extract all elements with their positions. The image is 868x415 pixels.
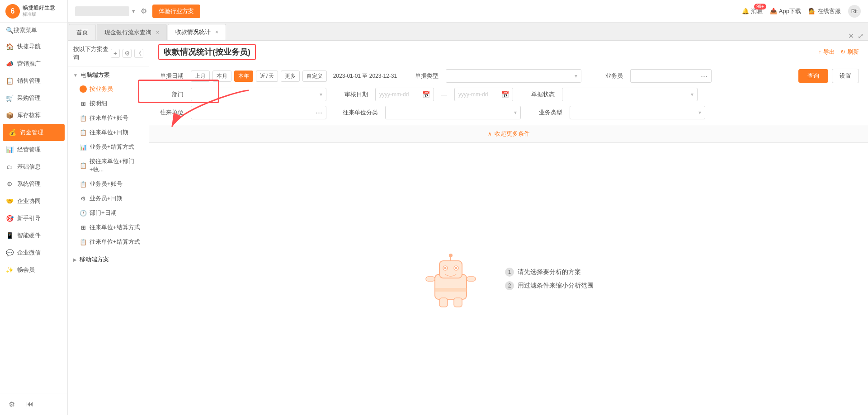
query-button[interactable]: 查询 [798,69,828,83]
settings-button[interactable]: 设置 [832,69,859,83]
date-btn-last-month[interactable]: 上月 [191,71,210,82]
tab-expand-icon[interactable]: ⤢ [858,32,863,40]
plan-item-detail-label: 按明细 [90,99,107,108]
refresh-button[interactable]: ↻ 刷新 [840,48,859,56]
hardware-icon: 📱 [5,231,14,240]
partner-select[interactable]: ··· [191,106,326,119]
sidebar-item-sales[interactable]: 📋 销售管理 [0,72,67,90]
partner-type-select[interactable]: ▾ [385,106,521,119]
sidebar-inventory-label: 库存核算 [17,111,41,119]
sidebar-item-hardware[interactable]: 📱 智能硬件 [0,227,67,244]
date-btn-more[interactable]: 更多 [281,71,300,82]
tip-1-number: 1 [505,268,514,277]
tab-home[interactable]: 首页 [69,24,96,40]
plan-item-salesperson-settle-label: 业务员+结算方式 [90,143,134,151]
sidebar-item-guide[interactable]: 🎯 新手引导 [0,210,67,227]
svg-rect-12 [435,288,467,292]
date-btn-7days[interactable]: 近7天 [256,71,278,82]
refresh-label: 刷新 [847,48,859,56]
plan-item-salesperson-label: 按业务员 [90,85,113,93]
plan-item-dept-date[interactable]: 🕐 部门+日期 [68,206,149,220]
notification-button[interactable]: 🔔 消息 99+ [742,7,763,15]
collapse-panel-button[interactable]: 《 [134,49,143,58]
date-btn-custom[interactable]: 自定义 [302,71,327,82]
plan-item-unit-settle1[interactable]: ⊞ 往来单位+结算方式 [68,220,149,235]
user-avatar[interactable]: Rit [848,5,861,18]
plan-item-salesperson-date[interactable]: ⚙ 业务员+日期 [68,191,149,206]
chevron-down-icon-4: ▾ [514,109,517,116]
topbar-right-actions: 🔔 消息 99+ 📥 App下载 💁 在线客服 Rit [742,5,861,18]
plan-item-by-salesperson[interactable]: 按业务员 [68,82,149,96]
plan-item-unit-date[interactable]: 📋 往来单位+日期 [68,125,149,140]
plan-settings-button[interactable]: ⚙ [123,49,132,58]
sidebar-capital-label: 资金管理 [20,128,43,137]
sidebar-settings-icon[interactable]: ⚙ [5,398,18,410]
review-date-from-value: yyyy-mm-dd [379,91,409,98]
sidebar-item-purchase[interactable]: 🛒 采购管理 [0,90,67,107]
sidebar-item-marketing[interactable]: 📣 营销推广 [0,55,67,72]
sidebar-purchase-label: 采购管理 [17,94,41,102]
dept-select[interactable]: ▾ [191,88,326,101]
biz-type-select[interactable]: ▾ [570,106,705,119]
system-icon: ⚙ [5,180,14,188]
sidebar-item-inventory[interactable]: 📦 库存核算 [0,107,67,124]
left-panel-header: 按以下方案查询 + ⚙ 《 [68,41,149,66]
sidebar-item-member[interactable]: ✨ 畅会员 [0,261,67,278]
app-download-link[interactable]: 📥 App下载 [770,7,801,15]
tab-close-all-icon[interactable]: ✕ [848,32,854,40]
date-btn-this-month[interactable]: 本月 [212,71,231,82]
basic-icon: 🗂 [5,163,14,171]
sidebar-item-capital[interactable]: 💰 资金管理 [3,124,65,141]
review-date-from[interactable]: yyyy-mm-dd 📅 [375,88,434,101]
doc-status-select[interactable]: ▾ [562,88,698,101]
plan-item-salesperson-account[interactable]: 📋 业务员+账号 [68,177,149,191]
plan-item-unit-dept-collect[interactable]: 📋 按往来单位+部门+收... [68,154,149,177]
sidebar-item-wechat[interactable]: 💬 企业微信 [0,244,67,261]
plan-item-salesperson-date-label: 业务员+日期 [90,194,123,203]
plan-item-by-detail[interactable]: ⊞ 按明细 [68,96,149,111]
left-panel-title: 按以下方案查询 [73,45,111,61]
sidebar-item-quicknav[interactable]: 🏠 快捷导航 [0,38,67,55]
sidebar-collapse-icon[interactable]: ⏮ [24,398,36,410]
sidebar-item-search[interactable]: 🔍 搜索菜单 [0,23,67,38]
trial-button[interactable]: 体验行业方案 [152,5,200,18]
review-date-to[interactable]: yyyy-mm-dd 📅 [454,88,513,101]
left-panel: 按以下方案查询 + ⚙ 《 ▼ 电脑端方案 按业务员 [68,41,149,415]
plan-item-salesperson-settle[interactable]: 📊 业务员+结算方式 [68,140,149,154]
tab-bank[interactable]: 现金银行流水查询 × [97,24,167,40]
plan-group-mobile-header[interactable]: ▶ 移动端方案 [68,253,149,266]
tip-2-text: 用过滤条件来缩小分析范围 [518,282,594,290]
tab-collection[interactable]: 收款情况统计 × [168,24,226,40]
collapse-bar[interactable]: ∧ 收起更多条件 [149,125,868,143]
marketing-icon: 📣 [5,60,14,68]
doc-type-select[interactable]: ▾ [446,69,581,83]
page-title-box: 收款情况统计(按业务员) [158,44,256,60]
online-service-link[interactable]: 💁 在线客服 [808,7,841,15]
plan-group-mobile: ▶ 移动端方案 [68,251,149,268]
dept-label: 部门 [158,90,184,99]
breadcrumb-placeholder [75,6,129,16]
salesperson-select[interactable]: ··· [630,69,712,83]
calendar-icon-2: 📅 [501,91,509,98]
export-button[interactable]: ↑ 导出 [819,48,835,56]
sidebar-item-system[interactable]: ⚙ 系统管理 [0,175,67,193]
plan-group-pc-header[interactable]: ▼ 电脑端方案 [68,68,149,82]
sidebar-item-enterprise[interactable]: 🤝 企业协同 [0,193,67,210]
download-icon: 📥 [770,8,777,14]
tab-collection-close[interactable]: × [215,29,218,35]
sidebar-item-operation[interactable]: 📊 经营管理 [0,141,67,158]
main-area: ▾ ⚙ 体验行业方案 🔔 消息 99+ 📥 App下载 💁 在线客服 Rit [68,0,868,415]
wechat-icon: 💬 [5,249,14,257]
add-plan-button[interactable]: + [111,49,120,58]
app-download-label: App下载 [779,7,801,15]
plan-item-unit-account[interactable]: 📋 往来单位+账号 [68,111,149,125]
more-icon-2: ··· [316,108,322,118]
date-btn-this-year[interactable]: 本年 [234,71,253,82]
sidebar: 6 畅捷通好生意 标准版 🔍 搜索菜单 🏠 快捷导航 📣 营销推广 📋 销售管理… [0,0,68,415]
topbar-gear-icon[interactable]: ⚙ [141,7,147,15]
content-area: 按以下方案查询 + ⚙ 《 ▼ 电脑端方案 按业务员 [68,41,868,415]
plan-item-unit-settle2[interactable]: 📋 往来单位+结算方式 [68,235,149,249]
tab-bank-close[interactable]: × [156,29,159,36]
sidebar-item-basic[interactable]: 🗂 基础信息 [0,158,67,175]
empty-tip-2: 2 用过滤条件来缩小分析范围 [505,281,594,290]
